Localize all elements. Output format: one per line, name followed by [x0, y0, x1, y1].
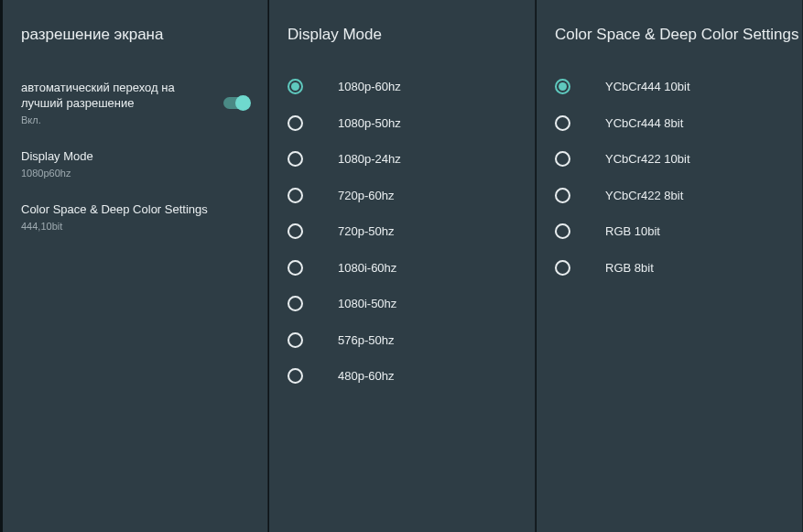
color-space-option[interactable]: YCbCr422 10bit: [537, 141, 802, 178]
radio-label: YCbCr444 8bit: [605, 116, 683, 130]
display-mode-option[interactable]: 720p-50hz: [269, 213, 535, 250]
display-mode-item[interactable]: Display Mode 1080p60hz: [3, 137, 267, 190]
item-title: автоматический переход на лучший разреше…: [21, 81, 216, 112]
panel-header-left: разрешение экрана: [3, 0, 267, 69]
radio-icon: [555, 260, 570, 276]
item-subtitle: 444,10bit: [21, 221, 208, 232]
radio-label: 1080p-24hz: [338, 152, 401, 166]
item-subtitle: 1080p60hz: [21, 168, 93, 179]
display-mode-option[interactable]: 1080p-50hz: [269, 105, 535, 142]
display-mode-option[interactable]: 720p-60hz: [269, 178, 535, 214]
radio-label: 1080i-60hz: [338, 261, 396, 275]
item-title: Display Mode: [21, 149, 93, 165]
color-space-option[interactable]: RGB 8bit: [537, 250, 802, 287]
radio-icon: [555, 188, 570, 203]
color-space-panel: Color Space & Deep Color Settings YCbCr4…: [536, 0, 803, 532]
display-mode-option[interactable]: 1080p-24hz: [269, 141, 535, 178]
radio-inner-icon: [291, 82, 299, 91]
radio-label: 1080p-60hz: [338, 80, 401, 93]
radio-label: YCbCr422 8bit: [605, 189, 683, 202]
radio-label: 1080p-50hz: [338, 116, 401, 130]
color-space-item[interactable]: Color Space & Deep Color Settings 444,10…: [3, 190, 267, 244]
radio-icon: [288, 115, 303, 131]
radio-icon: [288, 368, 303, 384]
color-space-radio-list: YCbCr444 10bitYCbCr444 8bitYCbCr422 10bi…: [537, 69, 802, 286]
auto-resolution-toggle[interactable]: [223, 97, 249, 109]
radio-icon: [555, 151, 570, 167]
display-mode-option[interactable]: 576p-50hz: [269, 322, 535, 359]
item-title: Color Space & Deep Color Settings: [21, 202, 208, 218]
toggle-knob: [235, 95, 251, 111]
radio-label: 720p-60hz: [338, 189, 394, 202]
radio-label: RGB 10bit: [605, 224, 660, 238]
display-mode-option[interactable]: 480p-60hz: [269, 358, 535, 395]
panel-header-mid: Display Mode: [269, 0, 535, 69]
settings-item-text: Display Mode 1080p60hz: [21, 149, 93, 179]
radio-icon: [288, 332, 303, 348]
display-mode-panel: Display Mode 1080p-60hz1080p-50hz1080p-2…: [268, 0, 536, 532]
radio-icon: [555, 223, 570, 239]
radio-label: RGB 8bit: [605, 261, 654, 275]
display-mode-option[interactable]: 1080i-60hz: [269, 250, 535, 287]
radio-icon: [288, 151, 303, 167]
radio-label: YCbCr444 10bit: [605, 80, 690, 93]
radio-inner-icon: [559, 82, 567, 91]
color-space-option[interactable]: RGB 10bit: [537, 213, 802, 250]
radio-icon: [555, 115, 570, 131]
panel-header-right: Color Space & Deep Color Settings: [537, 0, 802, 69]
radio-icon: [288, 188, 303, 203]
screen-resolution-panel: разрешение экрана автоматический переход…: [0, 0, 268, 532]
item-subtitle: Вкл.: [21, 114, 216, 125]
display-mode-option[interactable]: 1080i-50hz: [269, 286, 535, 322]
radio-icon: [288, 223, 303, 239]
display-mode-radio-list: 1080p-60hz1080p-50hz1080p-24hz720p-60hz7…: [269, 69, 535, 395]
radio-icon: [288, 79, 303, 94]
settings-item-text: Color Space & Deep Color Settings 444,10…: [21, 202, 208, 232]
radio-icon: [288, 260, 303, 276]
radio-icon: [288, 296, 303, 311]
radio-label: YCbCr422 10bit: [605, 152, 690, 166]
radio-label: 1080i-50hz: [338, 297, 396, 310]
display-mode-option[interactable]: 1080p-60hz: [269, 69, 535, 105]
radio-icon: [555, 79, 570, 94]
settings-item-text: автоматический переход на лучший разреше…: [21, 81, 216, 125]
color-space-option[interactable]: YCbCr422 8bit: [537, 178, 802, 214]
auto-best-resolution-item[interactable]: автоматический переход на лучший разреше…: [3, 69, 267, 137]
color-space-option[interactable]: YCbCr444 8bit: [537, 105, 802, 142]
radio-label: 480p-60hz: [338, 369, 394, 383]
radio-label: 576p-50hz: [338, 333, 394, 347]
radio-label: 720p-50hz: [338, 224, 394, 238]
color-space-option[interactable]: YCbCr444 10bit: [537, 69, 802, 105]
